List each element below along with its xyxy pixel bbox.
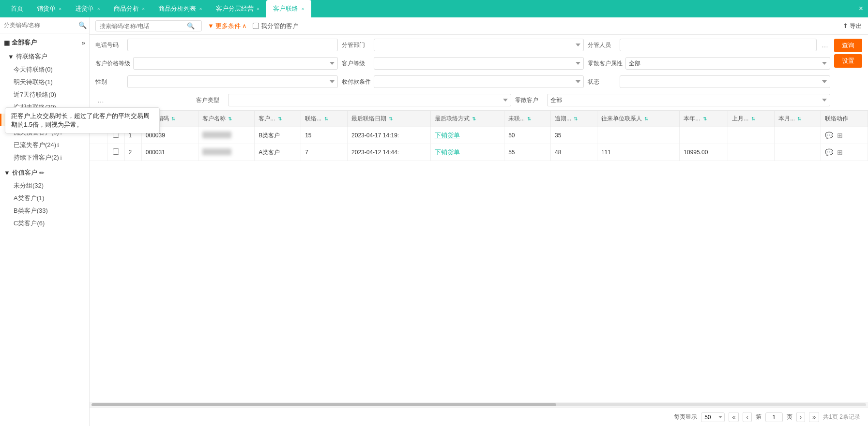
more-conditions-button[interactable]: ▼ 更多条件 ∧	[208, 22, 247, 30]
sidebar-search-input[interactable]	[4, 22, 76, 29]
row-actions: 💬 ⊞	[821, 127, 868, 144]
row-name	[198, 127, 255, 144]
table-header-row: ⚙ # 客户编码 ⇅ 客户名称 ⇅ 客户... ⇅ 联络... ⇅ 最后联络日期…	[90, 111, 868, 127]
scrollbar-thumb[interactable]	[91, 403, 556, 406]
tab-sales-close[interactable]: ×	[59, 6, 61, 12]
tab-analysis-close[interactable]: ×	[142, 6, 145, 12]
action-more-icon[interactable]: ⊞	[837, 148, 843, 156]
row-last-method[interactable]: 下销货单	[430, 127, 504, 144]
filter-retail-customer: 零散客户 全部	[515, 94, 830, 106]
customer-type-select[interactable]	[228, 94, 511, 106]
col-category[interactable]: 客户... ⇅	[255, 111, 301, 127]
next-page-button[interactable]: ›	[796, 412, 805, 422]
page-size-select[interactable]: 50 20 100	[701, 412, 725, 422]
department-select[interactable]	[374, 39, 584, 51]
sidebar-search-icon[interactable]: 🔍	[78, 21, 87, 29]
tab-analysis-list[interactable]: 商品分析列表 ×	[152, 0, 209, 17]
close-all-button[interactable]: ×	[859, 4, 863, 13]
col-this-year[interactable]: 本年... ⇅	[680, 111, 728, 127]
customer-type-label: 客户类型	[196, 96, 225, 104]
declining-info-icon[interactable]: ℹ	[60, 155, 62, 161]
collapse-button[interactable]: »	[82, 39, 85, 46]
horizontal-scrollbar[interactable]	[90, 402, 868, 408]
phone-label: 电话号码	[95, 41, 124, 49]
row-unit-contact: 111	[597, 144, 679, 161]
value-group-header[interactable]: ▼ 价值客户 ✏	[0, 166, 89, 179]
col-name[interactable]: 客户名称 ⇅	[198, 111, 255, 127]
payment-select[interactable]	[374, 75, 584, 88]
search-input[interactable]	[100, 23, 187, 29]
export-button[interactable]: ⬆ 导出	[843, 22, 862, 30]
tab-analysis-list-close[interactable]: ×	[199, 6, 202, 12]
sidebar-item-lost[interactable]: 已流失客户(24) ℹ	[0, 139, 89, 151]
sidebar-item-7days[interactable]: 近7天待联络(0)	[0, 88, 89, 101]
search-icon[interactable]: 🔍	[187, 22, 195, 29]
row-last-method[interactable]: 下销货单	[430, 144, 504, 161]
tab-customer-contact[interactable]: 客户联络 ×	[266, 0, 311, 17]
tab-analysis[interactable]: 商品分析 ×	[107, 0, 152, 17]
col-last-date[interactable]: 最后联络日期 ⇅	[348, 111, 431, 127]
tab-purchase-close[interactable]: ×	[97, 6, 100, 12]
col-unit-contact[interactable]: 往来单位联系人 ⇅	[597, 111, 679, 127]
sidebar-item-today[interactable]: 今天待联络(0)	[0, 63, 89, 76]
class-a-label: A类客户(1)	[14, 194, 45, 203]
last-method-link[interactable]: 下销货单	[435, 132, 460, 139]
price-level-select[interactable]	[133, 57, 338, 70]
row-unit-contact	[597, 127, 679, 144]
page-number-input[interactable]	[765, 412, 783, 422]
value-edit-icon[interactable]: ✏	[39, 169, 45, 176]
row-category: A类客户	[255, 144, 301, 161]
my-customers-checkbox[interactable]	[253, 23, 259, 29]
manager-more-button[interactable]: …	[820, 41, 830, 49]
sidebar-item-class-b[interactable]: B类客户(33)	[0, 205, 89, 217]
tab-customer-mgmt-close[interactable]: ×	[257, 6, 259, 12]
value-label: 价值客户	[12, 168, 37, 177]
filter-gender: 性别	[95, 75, 338, 88]
tab-customer-mgmt[interactable]: 客户分层经营 ×	[209, 0, 266, 17]
more-dots-button[interactable]: …	[95, 96, 106, 104]
filter-right-buttons: 查询 设置	[834, 39, 862, 106]
filter-status: 状态	[588, 75, 830, 88]
sidebar-item-tomorrow[interactable]: 明天待联络(1)	[0, 76, 89, 88]
tab-customer-contact-close[interactable]: ×	[301, 6, 304, 12]
pending-group-header[interactable]: ▼ 待联络客户	[0, 50, 89, 63]
tab-home[interactable]: 首页	[4, 0, 30, 17]
col-last-month[interactable]: 上月... ⇅	[728, 111, 775, 127]
col-overdue[interactable]: 逾期... ⇅	[551, 111, 597, 127]
col-last-method[interactable]: 最后联络方式 ⇅	[430, 111, 504, 127]
settings-button[interactable]: 设置	[834, 54, 862, 68]
manager-input[interactable]	[620, 39, 817, 51]
tab-sales[interactable]: 销货单 ×	[30, 0, 68, 17]
content-area: 🔍 ▼ 更多条件 ∧ 我分管的客户 ⬆ 导出	[90, 17, 868, 426]
row-category: B类客户	[255, 127, 301, 144]
retail-customer-select[interactable]: 全部	[547, 94, 830, 106]
row-this-year: 10995.00	[680, 144, 728, 161]
tomorrow-contact-label: 明天待联络(1)	[14, 78, 53, 87]
action-chat-icon[interactable]: 💬	[825, 132, 833, 139]
col-this-month[interactable]: 本月... ⇅	[775, 111, 821, 127]
status-select[interactable]	[620, 75, 830, 88]
phone-input[interactable]	[127, 39, 338, 51]
first-page-button[interactable]: «	[729, 412, 739, 422]
filter-row-1: 电话号码 分管部门 分管人员 …	[95, 39, 830, 51]
action-more-icon[interactable]: ⊞	[837, 132, 843, 139]
last-page-button[interactable]: »	[809, 412, 819, 422]
tab-purchase[interactable]: 进货单 ×	[68, 0, 107, 17]
sidebar-item-class-a[interactable]: A类客户(1)	[0, 192, 89, 205]
retail-attr-select[interactable]: 全部	[625, 57, 830, 70]
sidebar-item-declining[interactable]: 持续下滑客户(2) ℹ	[0, 151, 89, 164]
customer-level-select[interactable]	[374, 57, 584, 70]
query-button[interactable]: 查询	[834, 39, 862, 52]
sidebar-item-unclassified[interactable]: 未分组(32)	[0, 179, 89, 192]
col-not-contacted[interactable]: 未联... ⇅	[504, 111, 551, 127]
prev-page-button[interactable]: ‹	[743, 412, 751, 422]
gender-select[interactable]	[127, 75, 338, 88]
row-this-month	[775, 127, 821, 144]
action-chat-icon[interactable]: 💬	[825, 148, 833, 156]
sidebar-item-class-c[interactable]: C类客户(6)	[0, 217, 89, 230]
row-checkbox-cell[interactable]	[107, 144, 124, 161]
lost-info-icon[interactable]: ℹ	[57, 142, 59, 148]
row-checkbox[interactable]	[113, 148, 119, 155]
last-method-link[interactable]: 下销货单	[435, 148, 460, 156]
col-contact[interactable]: 联络... ⇅	[301, 111, 348, 127]
